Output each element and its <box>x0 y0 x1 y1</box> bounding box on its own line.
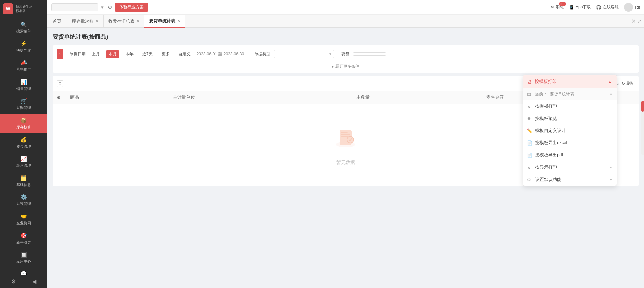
topbar-chevron-icon[interactable]: ▾ <box>101 5 104 10</box>
refresh-icon: ↻ <box>622 81 625 86</box>
refresh-label: 刷新 <box>626 81 635 86</box>
sidebar-item-label: 系统管理 <box>16 201 31 206</box>
tab-close-all-button[interactable]: ✕ <box>631 18 636 24</box>
refresh-button[interactable]: ↻ 刷新 <box>622 81 635 86</box>
logo-text: 畅通好生意 标准版 <box>16 4 32 13</box>
date-btn-last-month[interactable]: 上月 <box>89 50 103 58</box>
content-area: 要货单统计表(按商品) › 单据日期 上月 本月 本年 近7天 更多 自定义 2… <box>47 28 644 288</box>
dropdown-item-label: 按模板预览 <box>535 116 557 122</box>
tab-summary-close[interactable]: ✕ <box>137 15 139 28</box>
messages-button[interactable]: ✉ 消息 99+ <box>551 4 564 10</box>
svg-rect-3 <box>341 134 350 135</box>
dropdown-sub-display-print[interactable]: 🖨 按显示打印 ▾ <box>523 161 617 173</box>
topbar-cta-button[interactable]: 体验行业方案 <box>115 3 148 12</box>
user-menu[interactable]: Rit <box>624 3 640 12</box>
collapse-sidebar-button[interactable]: ◀ <box>32 278 36 285</box>
avatar <box>624 3 633 12</box>
dropdown-chevron-icon[interactable]: ▲ <box>608 79 612 84</box>
sidebar-item-system[interactable]: ⚙️ 系统管理 <box>0 191 47 210</box>
template-custom-icon: ✏️ <box>527 128 532 133</box>
svg-point-5 <box>347 136 354 143</box>
tabs-bar: 首页 库存批次账 ✕ 收发存汇总表 ✕ 要货单统计表 ✕ ✕ ⤢ <box>47 15 644 28</box>
expand-icon: ▾ <box>332 64 334 69</box>
template-excel-icon: 📄 <box>527 140 532 146</box>
tab-order-stats-close[interactable]: ✕ <box>177 14 180 27</box>
sidebar-item-finance[interactable]: 💰 资金管理 <box>0 133 47 152</box>
scrollbar-track <box>641 101 644 155</box>
col-settings-icon: ⚙ <box>58 81 62 86</box>
col-settings-button[interactable]: ⚙ <box>57 80 63 87</box>
topbar-search-input[interactable] <box>51 3 98 11</box>
topbar: ▾ ⚙ 体验行业方案 ✉ 消息 99+ 📱 App下载 🎧 在线客服 Rit <box>47 0 644 15</box>
date-btn-7days[interactable]: 近7天 <box>140 50 155 58</box>
dropdown-item-template-custom[interactable]: ✏️ 模板自定义设计 <box>523 125 617 137</box>
tab-summary[interactable]: 收发存汇总表 ✕ <box>104 15 144 28</box>
date-range: 2023-06-01 至 2023-06-30 <box>197 51 244 57</box>
basic-icon: 🗂️ <box>20 175 27 181</box>
filter-toggle-button[interactable]: › <box>57 49 63 59</box>
sidebar-item-collab[interactable]: 🤝 企业协同 <box>0 210 47 229</box>
tab-home-label: 首页 <box>53 15 61 28</box>
current-template-name: 要货单统计表 <box>550 91 574 97</box>
logo-sub: 标准版 <box>16 9 32 13</box>
sidebar-item-inventory[interactable]: 📦 库存核算 <box>0 114 47 133</box>
operation-icon: 📈 <box>20 156 27 162</box>
inventory-icon: 📦 <box>20 117 27 124</box>
sidebar-item-search[interactable]: 🔍 搜索菜单 <box>0 18 47 37</box>
search-icon: 🔍 <box>20 21 27 28</box>
template-pdf-icon: 📄 <box>527 153 532 158</box>
scrollbar-thumb[interactable] <box>641 101 644 112</box>
dropdown-item-template-print[interactable]: 🖨 按模板打印 <box>523 100 617 113</box>
date-btn-this-year[interactable]: 本年 <box>123 50 136 58</box>
date-btn-more[interactable]: 更多 <box>159 50 172 58</box>
message-icon: ✉ <box>551 5 554 10</box>
dropdown-current-item[interactable]: ▤ 当前： 要货单统计表 ▾ <box>523 88 617 100</box>
doc-type-select[interactable]: ▾ <box>274 50 334 58</box>
tab-home[interactable]: 首页 <box>47 15 67 28</box>
sidebar-item-wechat[interactable]: 💬 企业微信 <box>0 267 47 275</box>
sidebar-item-basic[interactable]: 🗂️ 基础信息 <box>0 171 47 191</box>
template-print-icon: 🖨 <box>527 104 531 109</box>
sidebar-item-marketing[interactable]: 📣 营销推广 <box>0 56 47 75</box>
filter-row-date: › 单据日期 上月 本月 本年 近7天 更多 自定义 2023-06-01 至 … <box>57 49 635 59</box>
dropdown-header: 🖨 按模板打印 ▲ <box>523 75 617 88</box>
dropdown-item-template-pdf[interactable]: 📄 按模板导出pdf <box>523 149 617 161</box>
display-print-arrow-icon: ▾ <box>610 165 612 170</box>
sidebar-item-label: 快捷导航 <box>16 48 31 53</box>
dropdown-item-template-preview[interactable]: 👁 按模板预览 <box>523 113 617 125</box>
tab-batch[interactable]: 库存批次账 ✕ <box>67 15 104 28</box>
sidebar-item-label: 基础信息 <box>16 182 31 187</box>
app-download-button[interactable]: 📱 App下载 <box>569 4 591 10</box>
dropdown-sub-label: 按显示打印 <box>535 164 557 170</box>
online-service-button[interactable]: 🎧 在线客服 <box>596 4 619 10</box>
sidebar-item-label: 企业协同 <box>16 221 31 226</box>
topbar-gear-icon[interactable]: ⚙ <box>108 4 112 10</box>
sidebar-item-operation[interactable]: 📈 经营管理 <box>0 152 47 171</box>
dropdown-sub-set-default[interactable]: ⚙ 设置默认功能 ▾ <box>523 173 617 186</box>
current-template-icon: ▤ <box>527 92 531 97</box>
expand-more-button[interactable]: ▾ 展开更多条件 <box>57 62 635 69</box>
logo-icon: W <box>3 3 13 14</box>
doc-type-arrow-icon: ▾ <box>329 52 331 56</box>
sidebar-item-newbie[interactable]: 🎯 新手引导 <box>0 229 47 248</box>
dropdown-item-template-excel[interactable]: 📄 按模板导出excel <box>523 137 617 149</box>
col-quantity: 主数量 <box>352 91 482 104</box>
date-btn-this-month[interactable]: 本月 <box>106 50 119 58</box>
set-default-arrow-icon: ▾ <box>610 178 612 182</box>
sidebar-item-apps[interactable]: 🔲 应用中心 <box>0 248 47 267</box>
display-print-icon: 🖨 <box>527 165 531 170</box>
tab-maximize-button[interactable]: ⤢ <box>637 18 641 24</box>
yaohuodan-input[interactable] <box>353 52 386 56</box>
expand-label: 展开更多条件 <box>335 64 359 69</box>
settings-footer-button[interactable]: ⚙ <box>11 278 16 285</box>
sidebar-item-purchase[interactable]: 🛒 采购管理 <box>0 95 47 114</box>
svg-rect-2 <box>341 132 348 133</box>
logo-name: 畅通好生意 <box>16 4 32 9</box>
date-btn-custom[interactable]: 自定义 <box>176 50 193 58</box>
tab-order-stats[interactable]: 要货单统计表 ✕ <box>144 15 185 28</box>
sidebar-item-shortcut[interactable]: ⚡ 快捷导航 <box>0 37 47 56</box>
sidebar-item-sales[interactable]: 📊 销售管理 <box>0 75 47 95</box>
finance-icon: 💰 <box>20 136 27 143</box>
wechat-icon: 💬 <box>20 271 27 275</box>
tab-batch-close[interactable]: ✕ <box>96 15 98 28</box>
